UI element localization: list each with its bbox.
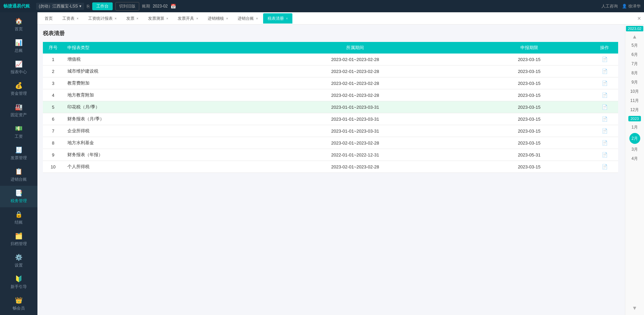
month-item-5[interactable]: 5月 [627,41,642,50]
cell-no: 1 [43,54,63,65]
salary-icon: 💵 [15,125,22,132]
action-icon[interactable]: 📄 [602,80,608,86]
chevron-down-icon: ▾ [79,4,81,9]
month-item-1[interactable]: 1月 [627,123,642,132]
tab-tax-clear[interactable]: 税表清册 × [263,13,292,24]
sidebar-item-invoice[interactable]: 🧾 发票管理 [0,143,37,164]
month-item-3[interactable]: 3月 [627,145,642,154]
action-icon[interactable]: 📄 [602,104,608,110]
user-avatar[interactable]: 👤 徐泽华 [622,3,641,9]
table-row: 7 企业所得税 2023-01-01~2023-03-31 2023-03-15… [43,125,618,137]
col-header-type: 申报表类型 [63,42,243,54]
sidebar-item-salary[interactable]: 💵 工资 [0,121,37,143]
sidebar-item-fixed[interactable]: 🏭 固定资产 [0,100,37,121]
cell-no: 5 [43,101,63,113]
action-icon[interactable]: 📄 [602,57,608,62]
tab-invoice[interactable]: 发票 × [122,13,143,24]
tab-sales-verify[interactable]: 进销稽核 × [203,13,232,24]
tab-label-home: 首页 [45,16,53,21]
month-item-8[interactable]: 8月 [627,69,642,78]
company-selector[interactable]: (勿动）江西服宝-LSS ▾ [36,3,84,10]
cell-type: 城市维护建设税 [63,65,243,77]
tab-label-sales-ledger: 进销台账 [238,16,254,21]
month-item-7[interactable]: 7月 [627,59,642,69]
tab-close-salary-table[interactable]: × [77,17,79,20]
panel-down-arrow[interactable]: ▼ [632,305,638,314]
month-item-12[interactable]: 12月 [627,105,642,115]
month-item-6[interactable]: 6月 [627,50,642,59]
month-item-11[interactable]: 11月 [627,96,642,105]
sidebar-item-report[interactable]: 📈 报表中心 [0,57,37,78]
sidebar-item-home[interactable]: 🏠 首页 [0,14,37,35]
month-item-9[interactable]: 9月 [627,78,642,87]
workbench-button[interactable]: 工作台 [92,2,113,10]
cell-no: 2 [43,65,63,77]
table-row: 6 财务报表（月/季） 2023-01-01~2023-03-31 2023-0… [43,113,618,125]
tab-close-invoice[interactable]: × [136,17,139,20]
sidebar-item-archive[interactable]: 🗂️ 归档管理 [0,229,37,250]
month-item-4[interactable]: 4月 [627,154,642,163]
tab-close-sales-ledger[interactable]: × [256,17,258,20]
tab-close-sales-verify[interactable]: × [226,17,228,20]
sidebar-item-fund[interactable]: 💰 资金管理 [0,78,37,100]
sidebar-item-closing[interactable]: 🔒 结账 [0,207,37,229]
month-item-2-active[interactable]: 2月 [629,133,640,144]
switch-button[interactable]: 切到旧版 [115,2,139,11]
tab-invoice-calc[interactable]: 发票测算 × [144,13,173,24]
action-icon[interactable]: 📄 [602,152,608,158]
sidebar-label-archive: 归档管理 [11,241,27,247]
action-icon[interactable]: 📄 [602,69,608,74]
cell-type: 地方水利基金 [63,137,243,149]
current-year-badge: 2023 [628,116,641,121]
tab-close-salary-stats[interactable]: × [115,17,117,20]
sidebar-label-fund: 资金管理 [11,91,27,96]
cell-deadline: 2023-03-15 [467,77,591,89]
sidebar-item-vip[interactable]: 👑 畅会员 [0,293,37,315]
sidebar-label-salary: 工资 [15,134,23,139]
sidebar-item-guide[interactable]: 🔰 新手引导 [0,272,37,293]
action-icon[interactable]: 📄 [602,116,608,122]
tab-salary-table[interactable]: 工资表 × [58,13,83,24]
sidebar-item-settings[interactable]: ⚙️ 设置 [0,250,37,272]
tab-home[interactable]: 首页 [40,13,57,24]
main-layout: 🏠 首页 📊 总账 📈 报表中心 💰 资金管理 🏭 固定资产 💵 工资 🧾 发票… [0,12,644,315]
tab-label-tax-clear: 税表清册 [268,16,284,21]
sidebar-item-ledger[interactable]: 📊 总账 [0,35,37,57]
cell-action: 📄 [591,54,618,65]
sidebar-label-tax: 税务管理 [11,198,27,204]
calendar-icon[interactable]: 📅 [171,4,176,9]
tab-sales-ledger[interactable]: 进销台账 × [233,13,262,24]
customer-service[interactable]: 人工咨询 [601,3,618,9]
close-all-tabs-button[interactable]: ✕ [637,16,641,21]
table-row: 2 城市维护建设税 2023-02-01~2023-02-28 2023-03-… [43,65,618,77]
copy-icon[interactable]: ⎘ [87,4,90,9]
archive-icon: 🗂️ [15,232,22,240]
table-row: 3 教育费附加 2023-02-01~2023-02-28 2023-03-15… [43,77,618,89]
tab-salary-stats[interactable]: 工资统计报表 × [84,13,121,24]
cell-action: 📄 [591,113,618,125]
tab-invoice-open[interactable]: 发票开具 × [173,13,203,24]
cell-type: 个人所得税 [63,161,243,173]
tab-close-tax-clear[interactable]: × [286,17,288,20]
panel-up-arrow[interactable]: ▲ [632,34,638,40]
tab-close-invoice-open[interactable]: × [196,17,198,20]
tab-close-invoice-calc[interactable]: × [166,17,168,20]
cell-period: 2023-02-01~2023-02-28 [243,54,468,65]
action-icon[interactable]: 📄 [602,164,608,169]
action-icon[interactable]: 📄 [602,92,608,98]
report-icon: 📈 [15,60,22,68]
col-header-period: 所属期间 [243,42,468,54]
cell-no: 9 [43,149,63,161]
table-row: 5 印花税（月/季） 2023-01-01~2023-03-31 2023-03… [43,101,618,113]
year-month-panel: 2023.02 ▲ 5月 6月 7月 8月 9月 10月 11月 12月 202… [625,25,644,315]
action-icon[interactable]: 📄 [602,128,608,134]
sidebar-item-reconcile[interactable]: 📋 进销台账 [0,164,37,186]
table-row: 8 地方水利基金 2023-02-01~2023-02-28 2023-03-1… [43,137,618,149]
sidebar-item-tax[interactable]: 📑 税务管理 [0,186,37,207]
action-icon[interactable]: 📄 [602,140,608,146]
tab-label-invoice-open: 发票开具 [178,16,194,21]
cell-deadline: 2023-03-15 [467,125,591,137]
month-item-10[interactable]: 10月 [627,87,642,96]
col-header-action: 操作 [591,42,618,54]
cell-action: 📄 [591,125,618,137]
